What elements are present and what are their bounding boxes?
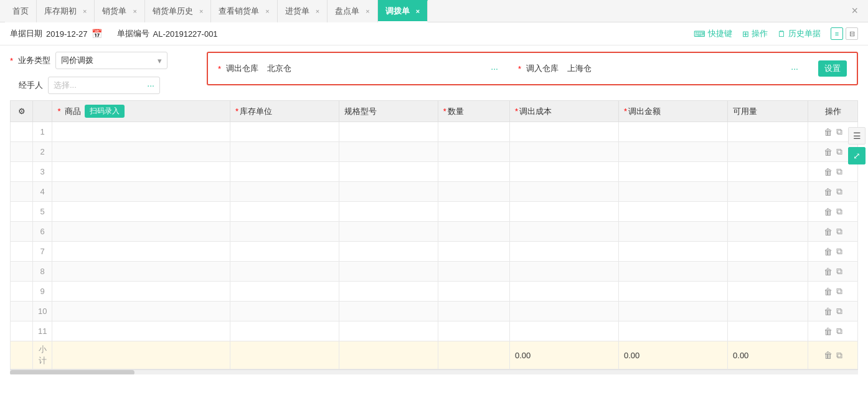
tab-inventory-init[interactable]: 库存期初 × bbox=[37, 0, 95, 22]
delete-icon[interactable]: 🗑 bbox=[824, 187, 833, 197]
row-cost-cell[interactable] bbox=[509, 302, 618, 321]
row-available-cell[interactable] bbox=[728, 282, 808, 302]
row-cost-cell[interactable] bbox=[509, 122, 618, 142]
handler-select[interactable]: 选择... ··· bbox=[48, 77, 160, 94]
row-cost-cell[interactable] bbox=[509, 222, 618, 242]
business-type-select[interactable]: 同价调拨 ▾ bbox=[55, 52, 167, 69]
row-cost-cell[interactable] bbox=[509, 282, 618, 302]
copy-icon[interactable]: ⧉ bbox=[836, 306, 842, 316]
scan-btn[interactable]: 扫码录入 bbox=[85, 105, 125, 118]
row-unit-cell[interactable] bbox=[230, 282, 339, 302]
delete-icon[interactable]: 🗑 bbox=[824, 207, 833, 217]
row-product-cell[interactable] bbox=[52, 262, 230, 282]
tab-home[interactable]: 首页 bbox=[5, 0, 37, 22]
row-qty-cell[interactable] bbox=[438, 222, 509, 242]
row-spec-cell[interactable] bbox=[339, 321, 438, 341]
tab-transfer-order[interactable]: 调拨单 × bbox=[378, 0, 428, 22]
row-amount-cell[interactable] bbox=[619, 162, 728, 182]
row-product-cell[interactable] bbox=[52, 162, 230, 182]
row-product-cell[interactable] bbox=[52, 202, 230, 222]
row-spec-cell[interactable] bbox=[339, 202, 438, 222]
delete-icon[interactable]: 🗑 bbox=[824, 267, 833, 277]
row-qty-cell[interactable] bbox=[438, 142, 509, 162]
operations-action[interactable]: ⊞ 操作 bbox=[742, 28, 768, 39]
tab-close-sales-history[interactable]: × bbox=[199, 7, 203, 15]
row-unit-cell[interactable] bbox=[230, 302, 339, 321]
row-unit-cell[interactable] bbox=[230, 122, 339, 142]
row-qty-cell[interactable] bbox=[438, 282, 509, 302]
copy-icon[interactable]: ⧉ bbox=[836, 206, 842, 217]
row-qty-cell[interactable] bbox=[438, 122, 509, 142]
layout-list-icon[interactable]: ≡ bbox=[831, 27, 843, 40]
scroll-thumb[interactable] bbox=[10, 370, 134, 374]
delete-icon[interactable]: 🗑 bbox=[824, 227, 833, 237]
row-spec-cell[interactable] bbox=[339, 122, 438, 142]
row-available-cell[interactable] bbox=[728, 162, 808, 182]
row-unit-cell[interactable] bbox=[230, 262, 339, 282]
warehouse-settings-button[interactable]: 设置 bbox=[818, 60, 847, 77]
row-amount-cell[interactable] bbox=[619, 222, 728, 242]
row-amount-cell[interactable] bbox=[619, 122, 728, 142]
tab-purchase-order[interactable]: 进货单 × bbox=[278, 0, 328, 22]
row-product-cell[interactable] bbox=[52, 122, 230, 142]
copy-icon[interactable]: ⧉ bbox=[836, 246, 842, 257]
row-available-cell[interactable] bbox=[728, 321, 808, 341]
row-unit-cell[interactable] bbox=[230, 142, 339, 162]
row-cost-cell[interactable] bbox=[509, 242, 618, 262]
row-product-cell[interactable] bbox=[52, 282, 230, 302]
tab-close-view-sales[interactable]: × bbox=[265, 7, 269, 15]
row-available-cell[interactable] bbox=[728, 262, 808, 282]
copy-icon[interactable]: ⧉ bbox=[836, 166, 842, 177]
tab-close-transfer-order[interactable]: × bbox=[416, 7, 420, 15]
row-amount-cell[interactable] bbox=[619, 302, 728, 321]
row-available-cell[interactable] bbox=[728, 142, 808, 162]
row-amount-cell[interactable] bbox=[619, 242, 728, 262]
copy-icon[interactable]: ⧉ bbox=[836, 226, 842, 237]
row-unit-cell[interactable] bbox=[230, 321, 339, 341]
row-available-cell[interactable] bbox=[728, 242, 808, 262]
copy-icon[interactable]: ⧉ bbox=[836, 326, 842, 336]
delete-icon[interactable]: 🗑 bbox=[824, 147, 833, 157]
row-available-cell[interactable] bbox=[728, 122, 808, 142]
warehouse-out-more-icon[interactable]: ··· bbox=[491, 64, 498, 74]
row-qty-cell[interactable] bbox=[438, 242, 509, 262]
row-available-cell[interactable] bbox=[728, 182, 808, 202]
row-spec-cell[interactable] bbox=[339, 222, 438, 242]
row-unit-cell[interactable] bbox=[230, 182, 339, 202]
row-unit-cell[interactable] bbox=[230, 242, 339, 262]
row-spec-cell[interactable] bbox=[339, 182, 438, 202]
row-spec-cell[interactable] bbox=[339, 262, 438, 282]
tab-view-sales[interactable]: 查看销货单 × bbox=[211, 0, 277, 22]
copy-icon[interactable]: ⧉ bbox=[836, 126, 842, 137]
delete-icon[interactable]: 🗑 bbox=[824, 307, 833, 316]
row-product-cell[interactable] bbox=[52, 302, 230, 321]
history-action[interactable]: 🗒 历史单据 bbox=[778, 28, 821, 39]
row-amount-cell[interactable] bbox=[619, 262, 728, 282]
layout-grid-icon[interactable]: ⊟ bbox=[846, 27, 858, 40]
row-qty-cell[interactable] bbox=[438, 202, 509, 222]
row-available-cell[interactable] bbox=[728, 302, 808, 321]
row-qty-cell[interactable] bbox=[438, 302, 509, 321]
row-spec-cell[interactable] bbox=[339, 142, 438, 162]
delete-icon[interactable]: 🗑 bbox=[824, 247, 833, 257]
row-qty-cell[interactable] bbox=[438, 262, 509, 282]
row-cost-cell[interactable] bbox=[509, 321, 618, 341]
row-cost-cell[interactable] bbox=[509, 182, 618, 202]
row-available-cell[interactable] bbox=[728, 202, 808, 222]
row-qty-cell[interactable] bbox=[438, 182, 509, 202]
delete-icon[interactable]: 🗑 bbox=[824, 167, 833, 177]
warehouse-in-more-icon[interactable]: ··· bbox=[791, 64, 798, 74]
row-product-cell[interactable] bbox=[52, 321, 230, 341]
row-amount-cell[interactable] bbox=[619, 182, 728, 202]
delete-icon[interactable]: 🗑 bbox=[824, 326, 833, 336]
row-amount-cell[interactable] bbox=[619, 282, 728, 302]
copy-icon[interactable]: ⧉ bbox=[836, 286, 842, 297]
row-amount-cell[interactable] bbox=[619, 202, 728, 222]
delete-icon[interactable]: 🗑 bbox=[824, 127, 833, 137]
row-product-cell[interactable] bbox=[52, 182, 230, 202]
row-unit-cell[interactable] bbox=[230, 162, 339, 182]
copy-icon[interactable]: ⧉ bbox=[836, 266, 842, 277]
tab-close-inventory-check[interactable]: × bbox=[366, 7, 369, 15]
row-amount-cell[interactable] bbox=[619, 321, 728, 341]
tab-inventory-check[interactable]: 盘点单 × bbox=[328, 0, 377, 22]
